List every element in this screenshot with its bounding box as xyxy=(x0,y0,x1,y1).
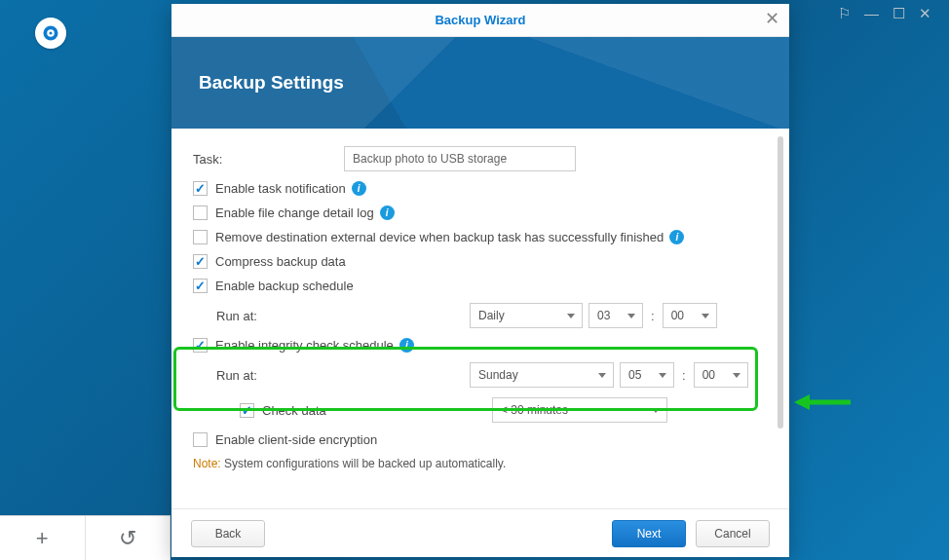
enable-integrity-label: Enable integrity check schedule xyxy=(215,338,394,353)
file-change-log-checkbox[interactable] xyxy=(193,205,208,220)
check-data-label: Check data xyxy=(262,403,492,418)
enable-schedule-label: Enable backup schedule xyxy=(215,279,354,293)
dialog-banner: Backup Settings xyxy=(171,37,789,129)
info-icon[interactable]: i xyxy=(352,181,366,196)
client-encrypt-row[interactable]: Enable client-side encryption xyxy=(193,432,768,447)
svg-marker-4 xyxy=(794,394,810,410)
note-prefix: Note: xyxy=(193,457,221,470)
integrity-runat-label: Run at: xyxy=(216,368,470,383)
task-name-input[interactable] xyxy=(344,146,576,171)
compress-row[interactable]: Compress backup data xyxy=(193,254,768,269)
integrity-hour-select[interactable]: 05 xyxy=(620,362,674,388)
task-row: Task: xyxy=(193,146,768,171)
schedule-hour-select[interactable]: 03 xyxy=(588,303,643,328)
note-text: System configurations will be backed up … xyxy=(221,457,507,470)
enable-notification-checkbox[interactable] xyxy=(193,181,208,196)
client-encrypt-checkbox[interactable] xyxy=(193,432,208,447)
desktop-bg: ⚐ — ☐ ✕ + ↺ Backup Wizard ✕ Backup Setti… xyxy=(0,0,949,560)
dialog-titlebar: Backup Wizard ✕ xyxy=(171,4,789,37)
client-encrypt-label: Enable client-side encryption xyxy=(215,432,377,447)
add-button[interactable]: + xyxy=(0,516,86,560)
close-icon[interactable]: ✕ xyxy=(765,10,779,27)
enable-integrity-row[interactable]: Enable integrity check schedule i xyxy=(193,338,768,353)
outer-close-icon[interactable]: ✕ xyxy=(919,6,931,20)
banner-title: Backup Settings xyxy=(199,72,344,93)
maximize-icon[interactable]: ☐ xyxy=(892,6,905,20)
file-change-log-row[interactable]: Enable file change detail log i xyxy=(193,205,768,220)
dialog-title: Backup Wizard xyxy=(435,13,525,27)
integrity-runat-row: Run at: Sunday 05 : 00 xyxy=(193,362,768,388)
outer-window-controls: ⚐ — ☐ ✕ xyxy=(838,6,931,20)
app-shortcut-icon[interactable] xyxy=(35,18,66,49)
info-icon[interactable]: i xyxy=(399,338,414,353)
scrollbar[interactable] xyxy=(778,136,783,429)
time-colon: : xyxy=(649,309,657,323)
enable-notification-label: Enable task notification xyxy=(215,181,346,196)
svg-point-2 xyxy=(50,32,53,35)
remove-device-checkbox[interactable] xyxy=(193,230,208,244)
info-icon[interactable]: i xyxy=(380,205,395,220)
integrity-day-select[interactable]: Sunday xyxy=(470,362,614,388)
remove-device-row[interactable]: Remove destination external device when … xyxy=(193,230,768,244)
schedule-runat-label: Run at: xyxy=(216,309,470,323)
compress-label: Compress backup data xyxy=(215,254,346,269)
enable-schedule-row[interactable]: Enable backup schedule xyxy=(193,279,768,293)
file-change-log-label: Enable file change detail log xyxy=(215,205,374,220)
history-icon: ↺ xyxy=(119,526,136,551)
backup-wizard-dialog: Backup Wizard ✕ Backup Settings Task: En… xyxy=(171,4,789,557)
arrow-annotation xyxy=(794,391,853,414)
schedule-min-select[interactable]: 00 xyxy=(663,303,717,328)
check-data-checkbox[interactable] xyxy=(240,403,254,418)
dialog-footer: Back Next Cancel xyxy=(171,508,789,557)
pin-icon[interactable]: ⚐ xyxy=(838,6,851,20)
compress-checkbox[interactable] xyxy=(193,254,208,269)
back-button[interactable]: Back xyxy=(191,520,265,547)
note-line: Note: System configurations will be back… xyxy=(193,457,768,470)
enable-integrity-checkbox[interactable] xyxy=(193,338,208,353)
dialog-body: Task: Enable task notification i Enable … xyxy=(171,129,789,508)
backup-app-icon xyxy=(42,24,59,42)
integrity-min-select[interactable]: 00 xyxy=(694,362,748,388)
check-data-row[interactable]: Check data < 30 minutes xyxy=(193,397,768,423)
time-colon: : xyxy=(680,368,688,383)
minimize-icon[interactable]: — xyxy=(864,6,879,20)
plus-icon: + xyxy=(36,526,49,551)
check-data-duration-select[interactable]: < 30 minutes xyxy=(492,397,667,423)
bottom-toolbar: + ↺ xyxy=(0,515,171,560)
enable-notification-row[interactable]: Enable task notification i xyxy=(193,181,768,196)
remove-device-label: Remove destination external device when … xyxy=(215,230,664,244)
enable-schedule-checkbox[interactable] xyxy=(193,279,208,293)
next-button[interactable]: Next xyxy=(612,520,686,547)
cancel-button[interactable]: Cancel xyxy=(696,520,770,547)
task-label: Task: xyxy=(193,152,344,167)
schedule-runat-row: Run at: Daily 03 : 00 xyxy=(193,303,768,328)
schedule-freq-select[interactable]: Daily xyxy=(470,303,583,328)
info-icon[interactable]: i xyxy=(669,230,684,244)
history-button[interactable]: ↺ xyxy=(86,516,171,560)
